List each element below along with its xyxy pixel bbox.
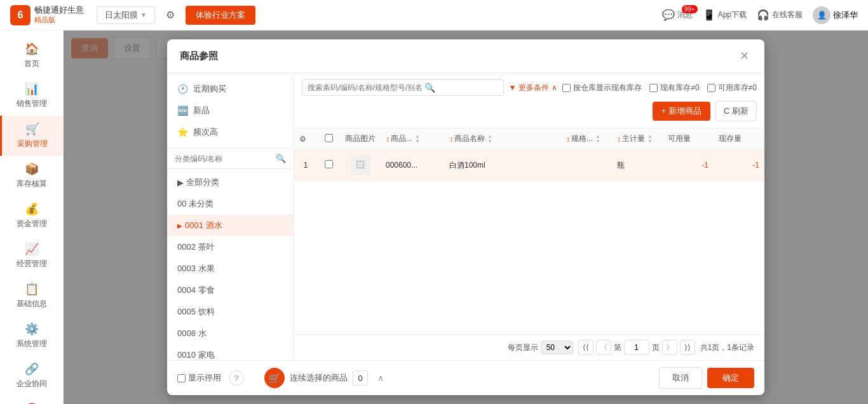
- sidebar-item-guide[interactable]: 🎯 新手引导: [0, 396, 63, 404]
- nav-selector[interactable]: 日太阳膜 ▼: [97, 6, 155, 24]
- category-item-0001[interactable]: ▶ 0001 酒水: [167, 215, 294, 236]
- add-product-button[interactable]: + 新增商品: [653, 102, 710, 121]
- sidebar-item-finance[interactable]: 💰 资金管理: [0, 196, 63, 236]
- per-page-dropdown[interactable]: 50 100 200: [541, 340, 573, 354]
- category-item-00[interactable]: 00 未分类: [167, 193, 294, 215]
- product-table-container: ⚙ 商品图片: [294, 128, 764, 334]
- col-header-avail[interactable]: 可用量: [663, 128, 714, 150]
- page-number-input[interactable]: [624, 340, 649, 355]
- checkbox-avail-input[interactable]: [707, 84, 715, 92]
- sort-icon-spec: ↕: [566, 135, 570, 144]
- row-checkbox[interactable]: [325, 160, 333, 168]
- table-row[interactable]: 1 🖼 000600... 白酒100ml: [294, 150, 764, 181]
- category-item-0005[interactable]: 0005 饮料: [167, 301, 294, 323]
- user-info[interactable]: 👤 徐泽华: [813, 6, 858, 24]
- sidebar-item-collab[interactable]: 🔗 企业协同: [0, 356, 63, 396]
- category-item-0003-label: 0003 水果: [177, 263, 215, 274]
- top-nav: 6 畅捷通好生意 精品版 日太阳膜 ▼ ⚙ 体验行业方案 💬 消息 99+ 📱 …: [0, 0, 868, 30]
- content-area: 查询 设置 刷新 商品参照 ✕ 🕐: [64, 30, 868, 404]
- sidebar-item-sales-label: 销售管理: [17, 98, 47, 109]
- checkbox-avail-nonzero[interactable]: 可用库存≠0: [707, 83, 757, 93]
- checkbox-warehouse[interactable]: 按仓库显示现有库存: [562, 83, 642, 93]
- show-disabled-label: 显示停用: [188, 372, 221, 384]
- expand-icon[interactable]: ∧: [373, 370, 388, 386]
- confirm-button[interactable]: 确定: [707, 368, 754, 388]
- messages-button[interactable]: 💬 消息 99+: [662, 9, 693, 21]
- app-download-button[interactable]: 📱 App下载: [703, 9, 747, 21]
- sidebar-item-operations[interactable]: 📈 经营管理: [0, 236, 63, 276]
- next-page-button[interactable]: 〉: [662, 340, 677, 355]
- sidebar-item-system[interactable]: ⚙️ 系统管理: [0, 316, 63, 356]
- toolbar-actions: + 新增商品 C 刷新: [653, 101, 757, 121]
- filter-button[interactable]: ▼ 更多条件 ∧: [509, 83, 558, 93]
- settings-col-icon[interactable]: ⚙: [299, 135, 306, 144]
- checkbox-stock-input[interactable]: [649, 84, 658, 92]
- prev-page-button[interactable]: 〈: [596, 340, 611, 355]
- quick-item-recent[interactable]: 🕐 近期购买: [167, 78, 294, 100]
- sidebar-item-procurement-label: 采购管理: [17, 138, 48, 149]
- category-item-0004[interactable]: 0004 零食: [167, 279, 294, 301]
- sidebar-item-sales[interactable]: 📊 销售管理: [0, 76, 63, 116]
- settings-icon[interactable]: ⚙: [160, 5, 180, 25]
- show-disabled-checkbox[interactable]: 显示停用: [177, 372, 221, 384]
- category-search: 🔍: [167, 149, 294, 169]
- category-search-input[interactable]: [175, 154, 273, 163]
- col-header-code[interactable]: ↕ 商品... ▲▼: [381, 128, 444, 150]
- show-disabled-input[interactable]: [177, 374, 186, 382]
- modal-close-button[interactable]: ✕: [736, 48, 752, 64]
- quick-item-recent-label: 近期购买: [193, 83, 226, 95]
- modal-footer: 显示停用 ? 🛒 连续选择的商品 0 ∧ 取消 确定: [167, 360, 764, 395]
- category-item-0010[interactable]: 0010 家电: [167, 344, 294, 360]
- per-page-select: 每页显示 50 100 200: [508, 340, 573, 354]
- last-page-button[interactable]: ⟩⟩: [680, 340, 695, 355]
- sort-icon-unit: ↕: [617, 135, 621, 144]
- quick-item-new[interactable]: 🆕 新品: [167, 100, 294, 121]
- inventory-icon: 📦: [25, 162, 39, 176]
- sidebar-item-home[interactable]: 🏠 首页: [0, 36, 63, 76]
- sidebar-item-finance-label: 资金管理: [17, 219, 47, 229]
- refresh-button[interactable]: C 刷新: [715, 101, 757, 121]
- help-button[interactable]: ?: [229, 370, 244, 386]
- online-service-button[interactable]: 🎧 在线客服: [757, 9, 803, 21]
- star-icon: ⭐: [177, 127, 188, 137]
- select-all-checkbox[interactable]: [325, 134, 333, 142]
- col-header-img: 商品图片: [340, 128, 381, 150]
- category-item-0003[interactable]: 0003 水果: [167, 258, 294, 279]
- product-image: 🖼: [350, 155, 370, 175]
- search-input[interactable]: [308, 83, 422, 92]
- sidebar-item-basic[interactable]: 📋 基础信息: [0, 276, 63, 316]
- col-header-spec[interactable]: ↕ 规格... ▲▼: [561, 128, 612, 150]
- category-item-0008-label: 0008 水: [177, 328, 207, 339]
- first-page-button[interactable]: ⟨⟨: [578, 340, 593, 355]
- quick-item-new-label: 新品: [193, 105, 210, 116]
- per-page-label: 每页显示: [508, 342, 538, 353]
- trial-button[interactable]: 体验行业方案: [186, 6, 255, 25]
- sort-icon-name: ↕: [449, 135, 453, 144]
- category-item-0002[interactable]: 0002 茶叶: [167, 236, 294, 258]
- col-header-name[interactable]: ↕ 商品名称 ▲▼: [444, 128, 561, 150]
- category-item-all[interactable]: ▶ 全部分类: [167, 172, 294, 193]
- sidebar-item-procurement[interactable]: 🛒 采购管理: [0, 116, 63, 156]
- active-triangle-icon: ▶: [177, 222, 182, 229]
- expand-icon: ▶: [177, 178, 184, 187]
- row-img: 🖼: [340, 150, 381, 181]
- sidebar-item-inventory[interactable]: 📦 库存核算: [0, 156, 63, 196]
- procurement-icon: 🛒: [25, 122, 39, 136]
- row-check[interactable]: [317, 150, 340, 181]
- checkbox-avail-label: 可用库存≠0: [718, 83, 757, 93]
- checkbox-group: 按仓库显示现有库存 现有库存≠0 可用库存≠0: [562, 83, 757, 93]
- checkbox-warehouse-input[interactable]: [562, 84, 571, 92]
- cart-count: 0: [353, 370, 368, 386]
- search-icon[interactable]: 🔍: [424, 83, 435, 93]
- category-search-icon[interactable]: 🔍: [276, 154, 286, 163]
- col-header-stock[interactable]: 现存量: [714, 128, 764, 150]
- quick-item-frequent[interactable]: ⭐ 频次高: [167, 121, 294, 143]
- page-summary: 共1页，1条记录: [700, 342, 754, 353]
- col-header-unit[interactable]: ↕ 主计量 ▲▼: [612, 128, 663, 150]
- row-avail: -1: [663, 150, 714, 181]
- checkbox-stock-nonzero[interactable]: 现有库存≠0: [649, 83, 699, 93]
- category-item-0008[interactable]: 0008 水: [167, 323, 294, 344]
- filter-label: 更多条件: [519, 83, 549, 93]
- cancel-button[interactable]: 取消: [659, 367, 702, 389]
- finance-icon: 💰: [25, 202, 39, 216]
